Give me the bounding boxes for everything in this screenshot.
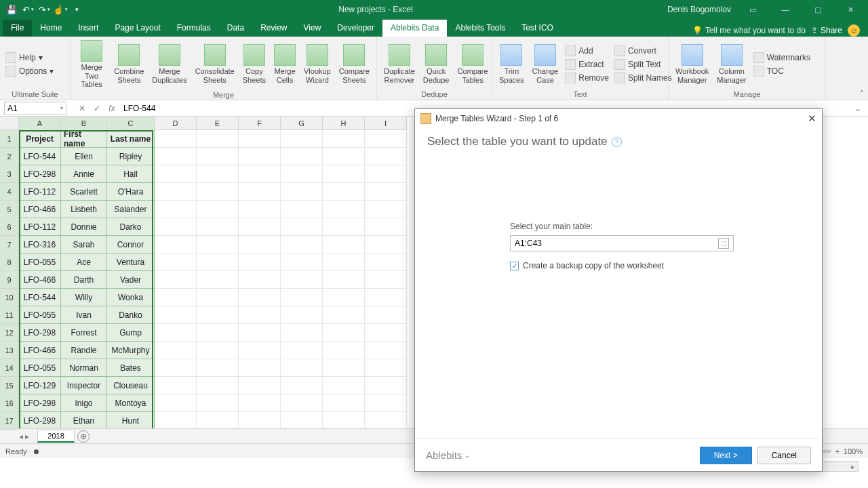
- cell[interactable]: [155, 130, 197, 148]
- tab-file[interactable]: File: [3, 20, 32, 37]
- cell[interactable]: Inigo: [61, 394, 107, 412]
- cell[interactable]: LFO-466: [19, 342, 61, 359]
- col-hdr-C[interactable]: C: [107, 117, 155, 130]
- row-hdr-3[interactable]: 3: [0, 165, 19, 183]
- tab-ablebits-tools[interactable]: Ablebits Tools: [447, 20, 513, 37]
- select-all-corner[interactable]: [0, 117, 19, 130]
- cell[interactable]: Ivan: [61, 306, 107, 324]
- cell[interactable]: [365, 253, 407, 271]
- cell[interactable]: Hunt: [107, 412, 155, 428]
- range-picker-icon[interactable]: ⬚: [718, 238, 729, 249]
- cell[interactable]: [281, 253, 323, 271]
- undo-icon[interactable]: ↶: [20, 2, 35, 17]
- cell[interactable]: [155, 394, 197, 412]
- cell[interactable]: Scarlett: [61, 183, 107, 201]
- cell[interactable]: [281, 148, 323, 165]
- cell[interactable]: [197, 289, 239, 306]
- cell[interactable]: Forrest: [61, 324, 107, 342]
- row-hdr-8[interactable]: 8: [0, 253, 19, 271]
- cell[interactable]: [239, 359, 281, 377]
- tab-home[interactable]: Home: [32, 20, 70, 37]
- col-hdr-I[interactable]: I: [365, 117, 407, 130]
- cell[interactable]: Salander: [107, 201, 155, 218]
- cell[interactable]: [323, 271, 365, 289]
- cell[interactable]: Ripley: [107, 148, 155, 165]
- tab-view[interactable]: View: [296, 20, 330, 37]
- tab-insert[interactable]: Insert: [70, 20, 106, 37]
- cell[interactable]: [281, 289, 323, 306]
- cell[interactable]: [239, 165, 281, 183]
- cell[interactable]: [281, 412, 323, 428]
- text-btn-remove[interactable]: Remove: [564, 72, 610, 84]
- cell[interactable]: [365, 201, 407, 218]
- cell[interactable]: Sarah: [61, 236, 107, 253]
- cell[interactable]: [365, 289, 407, 306]
- text-btn-extract[interactable]: Extract: [564, 58, 610, 70]
- cell[interactable]: LFO-129: [19, 377, 61, 394]
- column-manager-button[interactable]: Column Manager: [714, 43, 749, 85]
- cell[interactable]: Darko: [107, 218, 155, 236]
- cell[interactable]: [365, 165, 407, 183]
- cell[interactable]: Willy: [61, 289, 107, 306]
- col-hdr-B[interactable]: B: [61, 117, 107, 130]
- cell[interactable]: [323, 324, 365, 342]
- trim-spaces-button[interactable]: Trim Spaces: [496, 43, 527, 85]
- cell[interactable]: [155, 306, 197, 324]
- scroll-right-icon[interactable]: ▸: [847, 463, 858, 470]
- cell[interactable]: [281, 165, 323, 183]
- col-hdr-H[interactable]: H: [323, 117, 365, 130]
- cell[interactable]: [365, 342, 407, 359]
- cell[interactable]: [155, 377, 197, 394]
- cell[interactable]: [155, 183, 197, 201]
- zoom-level[interactable]: 100%: [844, 447, 863, 455]
- tab-test-ico[interactable]: Test ICO: [513, 20, 561, 37]
- row-hdr-4[interactable]: 4: [0, 183, 19, 201]
- cell[interactable]: [323, 130, 365, 148]
- cell[interactable]: Annie: [61, 165, 107, 183]
- cell[interactable]: [281, 342, 323, 359]
- cell[interactable]: [155, 289, 197, 306]
- cell[interactable]: [323, 412, 365, 428]
- merge-btn-5[interactable]: Merge Cells: [271, 43, 298, 85]
- macro-record-icon[interactable]: ⏺: [33, 447, 40, 455]
- cell[interactable]: [197, 394, 239, 412]
- cell[interactable]: [281, 377, 323, 394]
- text-btn-convert[interactable]: Convert: [613, 45, 673, 57]
- redo-icon[interactable]: ↷: [37, 2, 52, 17]
- cell[interactable]: [239, 236, 281, 253]
- cell[interactable]: [155, 218, 197, 236]
- cell[interactable]: [197, 271, 239, 289]
- cell[interactable]: Ace: [61, 253, 107, 271]
- col-hdr-E[interactable]: E: [197, 117, 239, 130]
- cell[interactable]: [197, 412, 239, 428]
- col-hdr-A[interactable]: A: [19, 117, 61, 130]
- zoom-in-icon[interactable]: +: [835, 447, 839, 455]
- cell[interactable]: [155, 359, 197, 377]
- cell[interactable]: Donnie: [61, 218, 107, 236]
- cell[interactable]: [197, 148, 239, 165]
- cell[interactable]: [365, 130, 407, 148]
- cell[interactable]: Bates: [107, 359, 155, 377]
- expand-formula-icon[interactable]: ⌄: [850, 102, 865, 115]
- col-hdr-G[interactable]: G: [281, 117, 323, 130]
- row-hdr-6[interactable]: 6: [0, 218, 19, 236]
- range-input[interactable]: A1:C43 ⬚: [510, 235, 734, 251]
- cell[interactable]: [281, 201, 323, 218]
- qat-customize-icon[interactable]: ▾: [69, 2, 84, 17]
- ablebits-brand[interactable]: Ablebits⌄: [426, 449, 470, 461]
- cell[interactable]: [239, 201, 281, 218]
- cell[interactable]: LFO-298: [19, 412, 61, 428]
- cell[interactable]: LFO-316: [19, 236, 61, 253]
- cell[interactable]: LFO-298: [19, 324, 61, 342]
- merge-btn-4[interactable]: Copy Sheets: [240, 43, 269, 85]
- row-hdr-16[interactable]: 16: [0, 394, 19, 412]
- cell[interactable]: Norman: [61, 359, 107, 377]
- cell[interactable]: McMurphy: [107, 342, 155, 359]
- share-button[interactable]: ⇪Share: [811, 26, 842, 35]
- row-hdr-12[interactable]: 12: [0, 324, 19, 342]
- close-icon[interactable]: ✕: [835, 0, 865, 19]
- cell[interactable]: LFO-298: [19, 394, 61, 412]
- fx-icon[interactable]: fx: [104, 102, 119, 115]
- cell[interactable]: [197, 324, 239, 342]
- toc-button[interactable]: TOC: [752, 65, 812, 77]
